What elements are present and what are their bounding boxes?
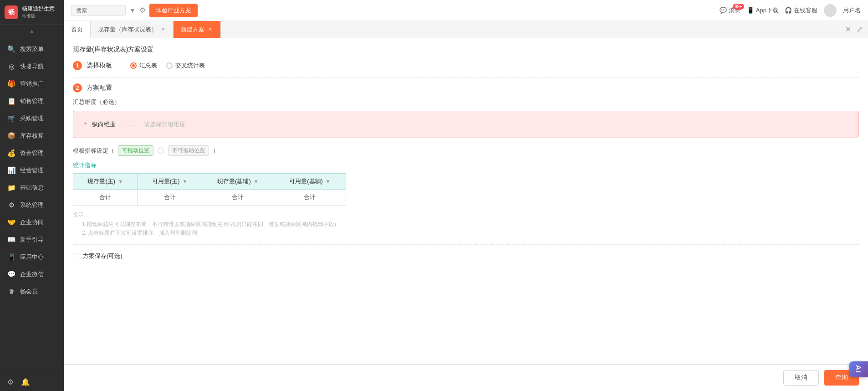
bottom-bar: 取消 查询 xyxy=(64,364,868,391)
topbar-dropdown-icon[interactable]: ▼ xyxy=(129,7,136,14)
page-title: 现存量(库存状况表)方案设置 xyxy=(73,46,859,54)
radio-cross[interactable]: 交叉统计表 xyxy=(166,62,205,70)
content-area: 现存量(库存状况表)方案设置 1 选择模板 汇总表 交叉统计表 xyxy=(64,38,868,364)
tab-inventory-close-icon[interactable]: ✕ xyxy=(160,26,166,32)
message-button[interactable]: 💬 消息 99+ xyxy=(720,6,740,15)
sidebar-item-marketing[interactable]: 🎁 营销推广 xyxy=(0,75,64,93)
sidebar-item-sales-label: 销售管理 xyxy=(20,97,44,105)
sidebar-item-search[interactable]: 🔍 搜索菜单 xyxy=(0,41,64,58)
indicator-suffix: ） xyxy=(213,147,219,155)
indicator-immovable-tag: 不可拖动位置 xyxy=(168,145,209,156)
col4-dropdown-icon[interactable]: ▼ xyxy=(326,179,331,184)
topbar-gear-icon[interactable]: ⚙ xyxy=(139,6,146,15)
template-options: 汇总表 交叉统计表 xyxy=(130,62,205,70)
col1-header-label: 现存量(主) xyxy=(87,177,115,185)
finance-icon: 💰 xyxy=(7,149,15,157)
col3-header-label: 现存量(基辅) xyxy=(217,177,251,185)
topbar-right: 💬 消息 99+ 📱 App下载 🎧 在线客服 用户名 xyxy=(720,4,861,17)
sidebar-item-inventory[interactable]: 📦 库存核算 xyxy=(0,127,64,144)
tips-item-1: 1.拖动标题栏可以调整布局，不可跨维度或指标区域拖动栏目字段(只能在同一维度或指… xyxy=(73,221,859,228)
service-icon: 🎧 xyxy=(785,7,792,14)
app-download-label: App下载 xyxy=(756,6,778,15)
tab-new-plan[interactable]: 新建方案 ✕ xyxy=(174,21,221,38)
tips-title: 提示： xyxy=(73,211,859,219)
sidebar-item-app-center[interactable]: 📱 应用中心 xyxy=(0,248,64,266)
settings-footer-icon[interactable]: ⚙ xyxy=(7,378,14,386)
logo-text: 畅康通好生意 标准版 xyxy=(22,5,55,19)
sidebar-item-marketing-label: 营销推广 xyxy=(20,80,44,88)
col2-header[interactable]: 可用量(主) ▼ xyxy=(138,174,202,190)
sidebar-item-search-label: 搜索菜单 xyxy=(20,45,44,53)
col2-dropdown-icon[interactable]: ▼ xyxy=(183,179,188,184)
radio-cross-label: 交叉统计表 xyxy=(175,62,205,70)
tab-expand-icon[interactable]: ⤢ xyxy=(855,24,864,35)
appcenter-icon: 📱 xyxy=(7,253,15,261)
col4-cell: 合计 xyxy=(274,190,346,206)
section1-title: 选择模板 xyxy=(87,62,112,70)
sidebar-item-quicknav-label: 快捷导航 xyxy=(20,62,44,71)
tab-close-icon[interactable]: ✕ xyxy=(843,24,853,35)
dimension-required-star: * xyxy=(84,121,87,128)
tab-new-plan-label: 新建方案 xyxy=(181,26,204,34)
sidebar-item-operations[interactable]: 📊 经营管理 xyxy=(0,162,64,179)
sidebar: 畅 畅康通好生意 标准版 ▲ 🔍 搜索菜单 ◎ 快捷导航 🎁 营销推广 📋 销售… xyxy=(0,0,64,391)
indicator-label-text: 模板指标设定（ xyxy=(73,147,114,155)
operations-icon: 📊 xyxy=(7,166,15,175)
sidebar-item-purchase[interactable]: 🛒 采购管理 xyxy=(0,110,64,127)
radio-summary[interactable]: 汇总表 xyxy=(130,62,157,70)
search-icon: 🔍 xyxy=(7,45,15,53)
cancel-button[interactable]: 取消 xyxy=(783,370,819,386)
save-label: 方案保存(可选) xyxy=(83,252,123,260)
topbar-search-input[interactable] xyxy=(71,5,126,16)
sidebar-logo: 畅 畅康通好生意 标准版 xyxy=(0,0,64,25)
save-checkbox[interactable] xyxy=(73,253,79,259)
dimension-dash: —— xyxy=(124,121,136,128)
sidebar-item-member[interactable]: ♛ 畅会员 xyxy=(0,283,64,300)
app-download-button[interactable]: 📱 App下载 xyxy=(747,6,778,15)
col4-header[interactable]: 可用量(基辅) ▼ xyxy=(274,174,346,190)
enterprise-icon: 🤝 xyxy=(7,218,15,226)
radio-summary-label: 汇总表 xyxy=(139,62,157,70)
sidebar-item-new-guide[interactable]: 📖 新手引导 xyxy=(0,231,64,248)
sidebar-scroll-up-area: ▲ xyxy=(0,25,64,37)
col3-header[interactable]: 现存量(基辅) ▼ xyxy=(202,174,274,190)
col1-dropdown-icon[interactable]: ▼ xyxy=(118,179,123,184)
col3-dropdown-icon[interactable]: ▼ xyxy=(254,179,259,184)
user-avatar[interactable] xyxy=(824,4,837,17)
ai-button[interactable]: Ai xyxy=(849,361,868,377)
dimension-box[interactable]: * 纵向维度 —— 请选择分组维度 xyxy=(73,111,859,138)
sidebar-item-operations-label: 经营管理 xyxy=(20,166,44,175)
tab-home[interactable]: 首页 xyxy=(64,21,91,38)
sales-icon: 📋 xyxy=(7,97,15,105)
quicknav-icon: ◎ xyxy=(7,62,15,71)
sidebar-footer: ⚙ 🔔 xyxy=(0,373,64,391)
message-icon: 💬 xyxy=(720,7,727,14)
tab-inventory-status[interactable]: 现存量（库存状况表） ✕ xyxy=(91,21,174,38)
tab-new-plan-close-icon[interactable]: ✕ xyxy=(207,26,213,32)
sound-footer-icon[interactable]: 🔔 xyxy=(21,378,30,386)
sidebar-item-enterprise[interactable]: 🤝 企业协同 xyxy=(0,214,64,231)
sidebar-scroll-up-btn[interactable]: ▲ xyxy=(28,27,36,35)
divider2 xyxy=(73,244,859,245)
sidebar-item-basic-info[interactable]: 📁 基础信息 xyxy=(0,179,64,196)
trial-industry-button[interactable]: 体验行业方案 xyxy=(149,4,198,17)
indicator-settings: 模板指标设定（ 可拖动位置 ⬡ 不可拖动位置 ） xyxy=(73,145,859,156)
content-inner: 现存量(库存状况表)方案设置 1 选择模板 汇总表 交叉统计表 xyxy=(64,38,868,364)
sidebar-item-finance[interactable]: 💰 资金管理 xyxy=(0,144,64,162)
sidebar-item-sales[interactable]: 📋 销售管理 xyxy=(0,93,64,110)
sidebar-item-wechat[interactable]: 💬 企业微信 xyxy=(0,266,64,283)
system-icon: ⚙ xyxy=(7,201,15,209)
sidebar-item-system[interactable]: ⚙ 系统管理 xyxy=(0,196,64,214)
col1-header[interactable]: 现存量(主) ▼ xyxy=(73,174,138,190)
tab-inventory-status-label: 现存量（库存状况表） xyxy=(98,26,157,34)
section-choose-template: 1 选择模板 汇总表 交叉统计表 xyxy=(73,61,859,70)
topbar-left: ▼ ⚙ 体验行业方案 xyxy=(71,4,715,17)
inventory-icon: 📦 xyxy=(7,132,15,140)
table-row-1: 合计 合计 合计 合计 xyxy=(73,190,346,206)
tab-home-label: 首页 xyxy=(71,26,83,34)
online-service-button[interactable]: 🎧 在线客服 xyxy=(785,6,817,15)
sidebar-item-quick-nav[interactable]: ◎ 快捷导航 xyxy=(0,58,64,75)
purchase-icon: 🛒 xyxy=(7,114,15,123)
divider1 xyxy=(73,77,859,78)
topbar: ▼ ⚙ 体验行业方案 💬 消息 99+ 📱 App下载 🎧 在线客服 用户名 xyxy=(64,0,868,21)
